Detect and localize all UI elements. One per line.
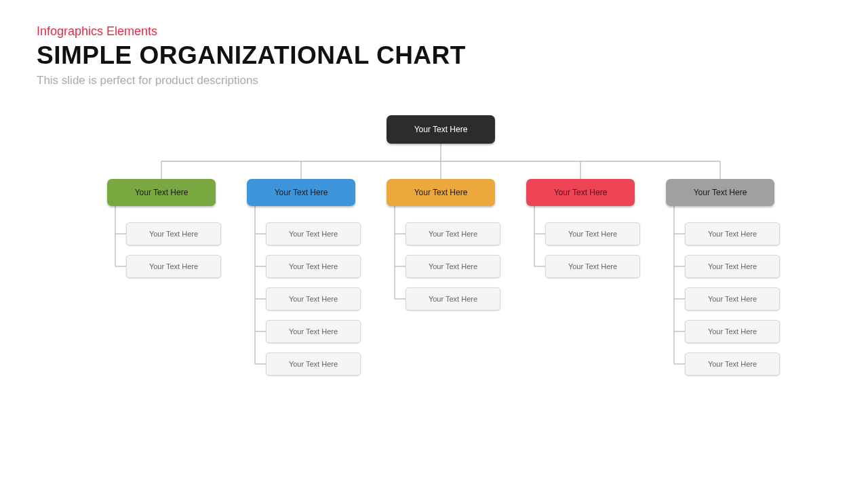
leaf-node: Your Text Here <box>126 222 221 245</box>
leaf-node: Your Text Here <box>266 287 361 310</box>
leaf-node: Your Text Here <box>545 255 640 278</box>
slide-header: Infographics Elements SIMPLE ORGANIZATIO… <box>0 0 868 87</box>
branch-node: Your Text Here <box>666 179 774 206</box>
branch-node: Your Text Here <box>107 179 216 206</box>
kicker-text: Infographics Elements <box>37 24 868 39</box>
leaf-node: Your Text Here <box>685 320 780 343</box>
branch-node: Your Text Here <box>387 179 495 206</box>
root-node: Your Text Here <box>387 115 495 144</box>
leaf-node: Your Text Here <box>685 287 780 310</box>
slide-subtitle: This slide is perfect for product descri… <box>37 74 868 87</box>
leaf-node: Your Text Here <box>685 255 780 278</box>
branch-node: Your Text Here <box>247 179 355 206</box>
leaf-node: Your Text Here <box>685 352 780 375</box>
leaf-node: Your Text Here <box>266 255 361 278</box>
leaf-node: Your Text Here <box>266 352 361 375</box>
leaf-node: Your Text Here <box>685 222 780 245</box>
leaf-node: Your Text Here <box>266 222 361 245</box>
branch-node: Your Text Here <box>526 179 635 206</box>
leaf-node: Your Text Here <box>126 255 221 278</box>
leaf-node: Your Text Here <box>406 222 500 245</box>
leaf-node: Your Text Here <box>406 255 500 278</box>
slide-title: SIMPLE ORGANIZATIONAL CHART <box>37 41 868 70</box>
leaf-node: Your Text Here <box>266 320 361 343</box>
leaf-node: Your Text Here <box>406 287 500 310</box>
leaf-node: Your Text Here <box>545 222 640 245</box>
